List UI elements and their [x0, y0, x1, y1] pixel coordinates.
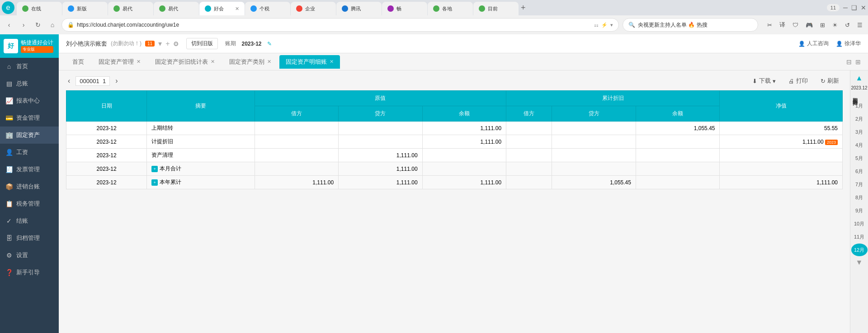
sidebar-item-tax[interactable]: 📋 税务管理	[0, 195, 59, 212]
service-button[interactable]: 👤 人工咨询	[798, 40, 829, 47]
next-page-button[interactable]: ›	[113, 77, 119, 85]
close-button[interactable]: ✕	[861, 4, 866, 11]
cell-orig-balance: 1,111.00	[422, 135, 506, 149]
switch-version-button[interactable]: 切到旧版	[186, 38, 218, 49]
grid-icon[interactable]: ⊞	[818, 20, 827, 30]
sidebar-item-payroll[interactable]: 👤 工资	[0, 144, 59, 161]
page-tab-close-depreciation-stats[interactable]: ✕	[211, 59, 215, 65]
period-month-5[interactable]: 5月	[851, 152, 868, 164]
sidebar-item-settings[interactable]: ⚙ 设置	[0, 247, 59, 264]
game-icon[interactable]: 🎮	[804, 20, 815, 30]
back-button[interactable]: ‹	[4, 19, 14, 30]
user-avatar-icon: 👤	[836, 41, 843, 47]
cell-orig-credit	[339, 135, 423, 149]
username-label: 徐泽华	[844, 40, 861, 47]
sidebar-item-funds[interactable]: 💳 资金管理	[0, 109, 59, 127]
edit-period-icon[interactable]: ✎	[267, 41, 272, 47]
period-month-4[interactable]: 4月	[851, 139, 868, 151]
refresh-button[interactable]: ↻ 刷新	[817, 75, 843, 87]
browser-logo: e	[2, 1, 14, 14]
sidebar-item-invoices[interactable]: 🧾 发票管理	[0, 161, 59, 178]
browser-tab-t8[interactable]: 腾讯	[336, 2, 382, 15]
period-month-8[interactable]: 8月	[851, 191, 868, 204]
page-tab-asset-category[interactable]: 固定资产类别 ✕	[223, 55, 278, 69]
period-scroll-down[interactable]: ▼	[856, 258, 863, 267]
browser-tab-t7[interactable]: 企业	[291, 2, 336, 15]
download-button[interactable]: ⬇ 下载 ▾	[749, 75, 779, 87]
reload-button[interactable]: ↻	[33, 19, 43, 30]
sidebar-item-general-ledger[interactable]: ▤ 总账	[0, 75, 59, 92]
browser-tab-t11[interactable]: 目前	[473, 2, 519, 15]
period-month-9[interactable]: 9月	[851, 204, 868, 217]
forward-button[interactable]: ›	[18, 19, 29, 30]
page-tab-close-fixed-asset-mgmt[interactable]: ✕	[137, 59, 141, 65]
period-month-12[interactable]: 12月	[851, 244, 868, 256]
period-month-10[interactable]: 10月	[851, 217, 868, 230]
translate-icon[interactable]: 译	[778, 19, 787, 31]
page-tab-close-asset-detail[interactable]: ✕	[330, 59, 334, 65]
browser-tab-t9[interactable]: 畅	[382, 2, 427, 15]
tab-expand-icon[interactable]: ⊞	[855, 58, 861, 66]
period-month-7[interactable]: 7月	[851, 178, 868, 191]
restore-button[interactable]: ❑	[851, 4, 857, 11]
home-button[interactable]: ⌂	[47, 19, 58, 30]
page-tab-home[interactable]: 首页	[66, 55, 90, 69]
tab-label-t6: 个税	[259, 5, 269, 12]
sidebar-item-reports[interactable]: 📈 报表中心	[0, 92, 59, 109]
account-dropdown-arrow[interactable]: ▾	[158, 39, 162, 48]
settings-small-icon[interactable]: ⚙	[173, 40, 179, 47]
funds-icon: 💳	[5, 114, 13, 122]
sidebar-item-inventory-label: 进销台账	[16, 183, 40, 191]
browser-tab-t2[interactable]: 新版	[62, 2, 108, 15]
dropdown-arrow: ▾	[610, 22, 613, 28]
sidebar-item-guide[interactable]: ❓ 新手引导	[0, 264, 59, 281]
search-box[interactable]: 🔍 央视更新主持人名单 🔥 热搜	[623, 18, 758, 32]
add-account-button[interactable]: +	[165, 40, 170, 48]
page-tab-depreciation-stats[interactable]: 固定资产折旧统计表 ✕	[149, 55, 221, 69]
history-icon[interactable]: ↺	[843, 20, 852, 30]
prev-page-button[interactable]: ‹	[66, 77, 72, 85]
print-button[interactable]: 🖨 打印	[785, 75, 811, 87]
period-month-2[interactable]: 2月	[851, 113, 868, 125]
page-tab-fixed-asset-mgmt[interactable]: 固定资产管理 ✕	[92, 55, 147, 69]
minimize-button[interactable]: ─	[843, 4, 848, 11]
new-tab-button[interactable]: +	[521, 3, 526, 13]
menu-icon[interactable]: ☰	[855, 20, 864, 30]
shield-icon[interactable]: 🛡	[791, 20, 800, 30]
cell-orig-balance: 1,111.00	[422, 122, 506, 135]
browser-tab-t6[interactable]: 个税	[245, 2, 290, 15]
sidebar-item-fixed-assets[interactable]: 🏢 固定资产	[0, 127, 59, 144]
period-month-1[interactable]: 1月	[851, 99, 868, 112]
tab-close-t5[interactable]: ✕	[235, 6, 239, 12]
print-label: 打印	[796, 77, 808, 85]
page-tab-asset-detail[interactable]: 固定资产明细账 ✕	[279, 55, 340, 69]
brightness-icon[interactable]: ☀	[830, 20, 840, 30]
period-month-3[interactable]: 3月	[851, 126, 868, 138]
browser-tab-t1[interactable]: 在线	[17, 2, 62, 15]
tab-label-t2: 新版	[77, 5, 87, 12]
tax-icon: 📋	[5, 200, 13, 207]
browser-tab-t5[interactable]: 好会 ✕	[199, 2, 245, 15]
sidebar-item-settlement[interactable]: ✓ 结账	[0, 212, 59, 230]
period-scroll-up[interactable]: ▲	[856, 74, 863, 82]
address-bar-row: ‹ › ↻ ⌂ 🔒 https://cloud.chanjet.com/acco…	[0, 15, 868, 34]
scissors-icon[interactable]: ✂	[765, 20, 774, 30]
sidebar-item-inventory[interactable]: 📦 进销台账	[0, 178, 59, 195]
user-profile-button[interactable]: 👤 徐泽华	[836, 40, 861, 47]
tab-label-t1: 在线	[31, 5, 41, 12]
browser-tab-t3[interactable]: 易代	[108, 2, 153, 15]
address-box[interactable]: 🔒 https://cloud.chanjet.com/accounting/u…	[61, 18, 619, 32]
sidebar-item-archive[interactable]: 🗄 归档管理	[0, 230, 59, 247]
cell-accum-credit	[552, 162, 636, 176]
browser-tab-t10[interactable]: 各地	[428, 2, 473, 15]
page-tab-close-asset-category[interactable]: ✕	[267, 59, 271, 65]
col-date: 日期	[66, 91, 147, 122]
tab-collapse-icon[interactable]: ⊟	[846, 58, 852, 66]
period-month-6[interactable]: 6月	[851, 165, 868, 178]
logo-icon: 好	[4, 39, 18, 53]
app-container: 好 畅捷通好会计 专业版 ⌂ 首页 ▤ 总账 📈 报表中心 💳 资金管理 🏢 固…	[0, 34, 868, 333]
sidebar-item-home[interactable]: ⌂ 首页	[0, 58, 59, 75]
account-count: 11	[145, 41, 155, 47]
browser-tab-t4[interactable]: 易代	[154, 2, 199, 15]
period-month-11[interactable]: 11月	[851, 230, 868, 243]
